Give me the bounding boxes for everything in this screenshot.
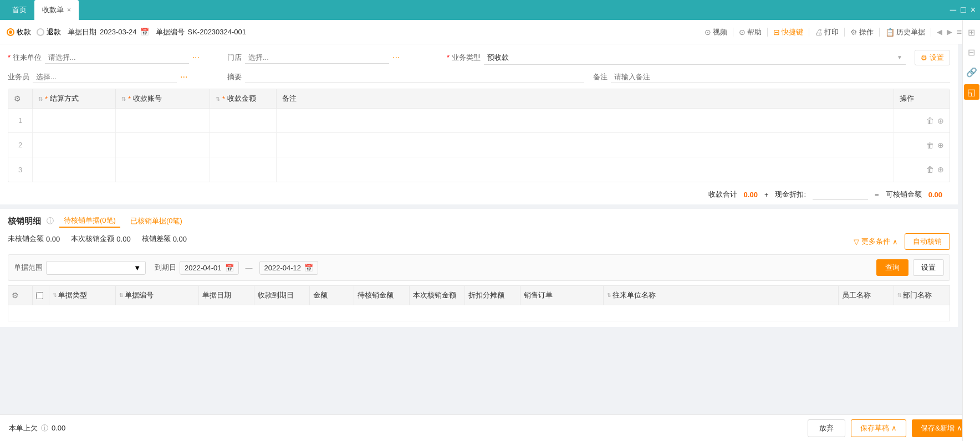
counterparty-field: 往来单位 ··· — [8, 52, 218, 64]
unverified-stat: 未核销金额 0.00 — [8, 234, 60, 244]
more-conditions-btn[interactable]: ▽ 更多条件 ∧ — [854, 237, 898, 247]
staff-input[interactable] — [33, 71, 177, 83]
store-input[interactable] — [245, 52, 389, 64]
row-1-copy-icon[interactable]: ⊕ — [937, 116, 944, 125]
table-row: 1 🗑 ⊕ — [8, 109, 950, 133]
range-select[interactable]: ▼ — [46, 261, 146, 275]
rp-table-icon[interactable]: ⊞ — [964, 24, 979, 40]
summary-input[interactable] — [245, 71, 584, 83]
bth-date: 单据日期 — [199, 286, 254, 305]
discard-button[interactable]: 放弃 — [808, 419, 845, 437]
counterparty-input[interactable] — [45, 52, 189, 64]
help-btn[interactable]: ⊙ 帮助 — [739, 27, 762, 37]
list-icon[interactable]: ≡ — [957, 27, 962, 37]
bth-amount: 金额 — [310, 286, 354, 305]
counterparty-more-icon[interactable]: ··· — [192, 53, 200, 63]
staff-more-icon[interactable]: ··· — [180, 72, 187, 82]
row-2-method[interactable] — [33, 133, 116, 157]
divider2 — [767, 28, 768, 37]
due-date-start[interactable]: 2022-04-01 📅 — [180, 261, 239, 275]
filter-icon: ▽ — [854, 238, 859, 246]
radio-receive-dot — [7, 28, 14, 36]
tab-active[interactable]: 收款单 × — [34, 0, 79, 20]
row-1-delete-icon[interactable]: 🗑 — [926, 116, 934, 125]
row-2-delete-icon[interactable]: 🗑 — [926, 141, 934, 150]
verif-title: 核销明细 — [8, 216, 41, 227]
due-date-end[interactable]: 2022-04-12 📅 — [259, 261, 319, 275]
verifiable-label: 可核销金额 — [886, 189, 922, 199]
row-3-method[interactable] — [33, 157, 116, 182]
calendar-icon[interactable]: 📅 — [140, 28, 149, 36]
pending-tab[interactable]: 待核销单据(0笔) — [59, 214, 120, 228]
auto-verify-btn[interactable]: 自动核销 — [905, 233, 950, 250]
bth-pending: 待核销金额 — [354, 286, 410, 305]
row-1-account[interactable] — [116, 109, 210, 132]
footer-info-icon[interactable]: ⓘ — [41, 423, 48, 433]
arrow-right-icon[interactable]: ▶ — [947, 28, 952, 36]
row-3-account[interactable] — [116, 157, 210, 182]
date-range-dash: — — [246, 264, 253, 272]
arrow-left-icon[interactable]: ◀ — [937, 28, 942, 36]
row-2-action: 🗑 ⊕ — [894, 133, 950, 157]
rp-expand-icon[interactable]: ◱ — [964, 84, 979, 100]
bth-discount: 折扣分摊额 — [465, 286, 520, 305]
save-draft-button[interactable]: 保存草稿 ∧ — [851, 419, 906, 437]
row-3-delete-icon[interactable]: 🗑 — [926, 165, 934, 174]
radio-receive[interactable]: 收款 — [7, 27, 31, 37]
row-1-amount[interactable] — [210, 109, 277, 132]
shortcut-btn[interactable]: ⊟ 快捷键 — [773, 27, 803, 37]
select-all-checkbox[interactable] — [36, 292, 43, 299]
bottom-gear-icon[interactable]: ⚙ — [12, 291, 19, 300]
rp-link-icon[interactable]: 🔗 — [964, 64, 979, 80]
done-tab[interactable]: 已核销单据(0笔) — [126, 215, 187, 227]
diff-stat: 核销差额 0.00 — [142, 234, 187, 244]
filter-actions: 查询 设置 — [876, 259, 944, 276]
footer-info: 本单上欠 ⓘ 0.00 — [9, 423, 65, 433]
row-2-amount[interactable] — [210, 133, 277, 157]
video-btn[interactable]: ⊙ 视频 — [705, 27, 727, 37]
sort-dept-icon: ⇅ — [897, 293, 902, 298]
table-gear-icon[interactable]: ⚙ — [14, 94, 21, 103]
info-icon[interactable]: ⓘ — [47, 216, 54, 226]
store-more-icon[interactable]: ··· — [392, 53, 400, 63]
tab-home[interactable]: 首页 — [4, 0, 34, 20]
row-3-amount[interactable] — [210, 157, 277, 182]
maximize-icon[interactable]: □ — [961, 5, 966, 15]
row-2-copy-icon[interactable]: ⊕ — [937, 141, 944, 150]
history-btn[interactable]: 📋 历史单据 — [885, 27, 925, 37]
divider3 — [809, 28, 809, 37]
form-row-2: 业务员 ··· 摘要 备注 — [8, 71, 950, 83]
query-button[interactable]: 查询 — [876, 259, 908, 276]
th-gear[interactable]: ⚙ — [8, 89, 33, 108]
rp-list-icon[interactable]: ⊟ — [964, 44, 979, 60]
divider1 — [733, 28, 733, 37]
print-btn[interactable]: 🖨 打印 — [815, 27, 839, 37]
row-2-remark[interactable] — [277, 133, 894, 157]
filter-setting-btn[interactable]: 设置 — [913, 259, 944, 276]
bth-check[interactable] — [33, 286, 49, 305]
bth-gear[interactable]: ⚙ — [8, 286, 33, 305]
verification-section: 核销明细 ⓘ 待核销单据(0笔) 已核销单据(0笔) 未核销金额 0.00 本次… — [0, 209, 958, 327]
operation-btn[interactable]: ⚙ 操作 — [850, 27, 874, 37]
remark-input[interactable] — [611, 71, 950, 83]
settings-button[interactable]: ⚙ 设置 — [915, 50, 950, 65]
row-1-remark[interactable] — [277, 109, 894, 132]
radio-return[interactable]: 退款 — [37, 27, 61, 37]
business-type-select[interactable]: 预收款 ▼ — [484, 51, 906, 65]
store-label: 门店 — [227, 53, 242, 63]
window-close-icon[interactable]: × — [971, 5, 976, 15]
right-panel: ⊞ ⊟ 🔗 ◱ — [962, 20, 980, 441]
row-3-remark[interactable] — [277, 157, 894, 182]
tab-close-icon[interactable]: × — [67, 0, 71, 20]
verif-header: 核销明细 ⓘ 待核销单据(0笔) 已核销单据(0笔) — [8, 214, 950, 228]
calendar-end-icon: 📅 — [304, 264, 313, 272]
discount-input[interactable] — [813, 189, 868, 200]
row-2-account[interactable] — [116, 133, 210, 157]
section-divider — [0, 204, 958, 209]
divider4 — [844, 28, 845, 37]
bth-order: 销售订单 — [520, 286, 604, 305]
row-3-copy-icon[interactable]: ⊕ — [937, 165, 944, 174]
bottom-table-body — [8, 305, 950, 321]
minimize-icon[interactable]: ─ — [950, 5, 956, 15]
row-1-method[interactable] — [33, 109, 116, 132]
